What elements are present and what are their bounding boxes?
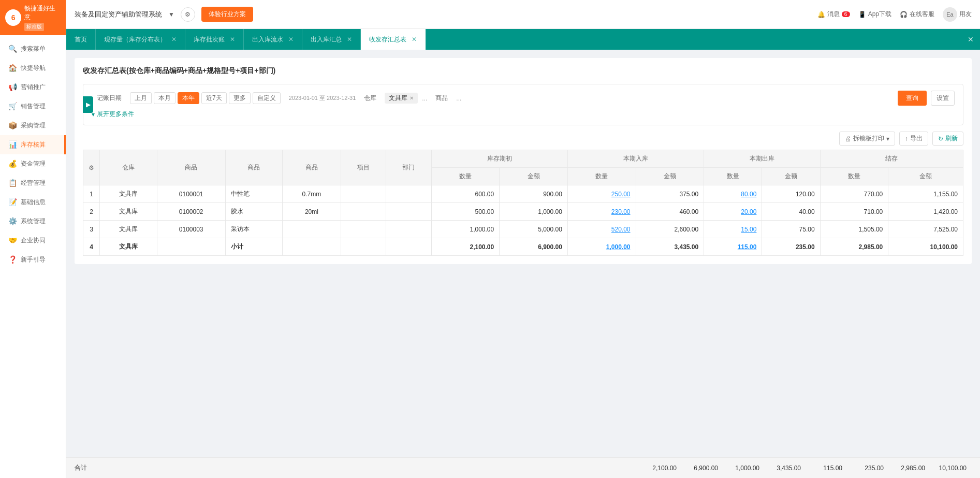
row-in-qty[interactable]: 250.00 <box>567 185 636 203</box>
data-table: ⚙ 仓库 商品 商品 商品 项目 部门 库存期初 本期入库 本期出库 结存 数量… <box>83 150 963 256</box>
row-name: 胶水 <box>225 203 283 221</box>
total-out-amt: 235.00 <box>847 465 889 472</box>
close-all-tabs[interactable]: ✕ <box>961 35 980 44</box>
export-btn[interactable]: ↑ 导出 <box>899 132 928 146</box>
tab-inout-flow[interactable]: 出入库流水 ✕ <box>244 29 302 50</box>
filter-settings-button[interactable]: 设置 <box>931 91 955 106</box>
row-project <box>341 221 386 238</box>
bell-icon: 🔔 <box>817 11 825 18</box>
table-row: 1 文具库 0100001 中性笔 0.7mm 600.00 900.00 25… <box>83 185 963 203</box>
sidebar-item-label: 系统管理 <box>21 217 46 226</box>
experience-button[interactable]: 体验行业方案 <box>201 7 253 22</box>
headset-icon: 🎧 <box>900 11 908 18</box>
app-download-action[interactable]: 📱 App下载 <box>858 10 891 19</box>
date-btn-custom[interactable]: 自定义 <box>253 92 281 104</box>
handshake-icon: 🤝 <box>8 236 17 244</box>
query-button[interactable]: 查询 <box>898 91 927 106</box>
row-spec <box>283 221 341 238</box>
sidebar-item-inventory[interactable]: 📊 库存核算 <box>0 135 66 154</box>
subtotal-in-qty[interactable]: 1,000.00 <box>567 238 636 256</box>
sidebar-item-system[interactable]: ⚙️ 系统管理 <box>0 212 66 231</box>
row-out-amt: 120.00 <box>762 185 820 203</box>
print-btn[interactable]: 🖨 拆镜板打印 ▾ <box>839 132 895 146</box>
home-icon: 🏠 <box>8 64 17 72</box>
sidebar-item-purchase[interactable]: 📦 采购管理 <box>0 116 66 135</box>
goods-more[interactable]: ... <box>456 95 461 102</box>
row-open-qty: 1,000.00 <box>431 221 500 238</box>
table-toolbar: 🖨 拆镜板打印 ▾ ↑ 导出 ↻ 刷新 <box>83 132 963 146</box>
subtotal-out-qty[interactable]: 115.00 <box>704 238 762 256</box>
sidebar-item-finance[interactable]: 💰 资金管理 <box>0 154 66 173</box>
money-icon: 💰 <box>8 160 17 168</box>
tab-close-inout-summary[interactable]: ✕ <box>347 36 352 43</box>
sidebar-item-enterprise[interactable]: 🤝 企业协同 <box>0 231 66 250</box>
refresh-btn[interactable]: ↻ 刷新 <box>932 132 963 146</box>
row-bal-qty: 1,505.00 <box>820 221 888 238</box>
row-no: 3 <box>83 221 100 238</box>
tab-home[interactable]: 首页 <box>66 29 96 50</box>
date-btn-this-month[interactable]: 本月 <box>154 92 175 104</box>
row-name: 采访本 <box>225 221 283 238</box>
sidebar-item-marketing[interactable]: 📢 营销推广 <box>0 78 66 97</box>
settings-button[interactable]: ⚙ <box>181 7 195 22</box>
warehouse-tag-remove[interactable]: ✕ <box>409 95 414 101</box>
warehouse-filter-label: 仓库 <box>364 94 376 103</box>
date-filter-label: 记账日期 <box>97 94 122 103</box>
user-action[interactable]: Ea 用友 <box>943 7 972 22</box>
tab-inout-summary[interactable]: 出入库汇总 ✕ <box>302 29 361 50</box>
total-in-amt: 3,435.00 <box>765 465 806 472</box>
tab-close-receive-summary[interactable]: ✕ <box>412 36 417 43</box>
online-service-action[interactable]: 🎧 在线客服 <box>900 10 934 19</box>
subtotal-open-amt: 6,900.00 <box>500 238 568 256</box>
row-in-qty[interactable]: 520.00 <box>567 221 636 238</box>
tab-close-inout-flow[interactable]: ✕ <box>288 36 294 43</box>
row-bal-amt: 1,155.00 <box>888 185 963 203</box>
row-warehouse: 文具库 <box>100 185 157 203</box>
sidebar-item-quick-nav[interactable]: 🏠 快捷导航 <box>0 59 66 78</box>
subtotal-in-amt: 3,435.00 <box>636 238 704 256</box>
row-out-qty[interactable]: 20.00 <box>704 203 762 221</box>
warehouse-more[interactable]: ... <box>422 95 427 102</box>
row-in-qty[interactable]: 230.00 <box>567 203 636 221</box>
subtotal-code <box>157 238 225 256</box>
date-btn-last-month[interactable]: 上月 <box>130 92 152 104</box>
row-in-amt: 2,600.00 <box>636 221 704 238</box>
row-out-qty[interactable]: 80.00 <box>704 185 762 203</box>
tab-inventory-dist[interactable]: 现存量（库存分布表） ✕ <box>96 29 185 50</box>
date-btn-more[interactable]: 更多 <box>229 92 251 104</box>
row-open-amt: 1,000.00 <box>500 203 568 221</box>
tab-batch-account[interactable]: 库存批次账 ✕ <box>185 29 244 50</box>
col-warehouse-header: 仓库 <box>100 150 157 185</box>
warehouse-tag[interactable]: 文具库 ✕ <box>385 93 418 104</box>
subtotal-open-qty: 2,100.00 <box>431 238 500 256</box>
date-btn-this-year[interactable]: 本年 <box>178 92 199 104</box>
cart-icon: 🛒 <box>8 102 17 110</box>
col-bal-amt: 金额 <box>888 168 963 185</box>
sidebar-item-search[interactable]: 🔍 搜索菜单 <box>0 39 66 59</box>
row-out-amt: 75.00 <box>762 221 820 238</box>
total-label: 合计 <box>75 463 87 472</box>
sidebar-item-operations[interactable]: 📋 经营管理 <box>0 173 66 193</box>
date-btn-7days[interactable]: 近7天 <box>201 92 227 104</box>
sidebar-item-label: 库存核算 <box>21 140 46 149</box>
expand-more-btn[interactable]: ▾ 展开更多条件 <box>92 110 955 119</box>
filter-toggle-button[interactable]: ▶ <box>83 96 93 113</box>
subtotal-name: 小计 <box>225 238 283 256</box>
logo-icon: 6 <box>5 9 21 26</box>
row-out-qty[interactable]: 15.00 <box>704 221 762 238</box>
table-row: 2 文具库 0100002 胶水 20ml 500.00 1,000.00 23… <box>83 203 963 221</box>
total-bal-qty: 2,985.00 <box>889 465 930 472</box>
system-dropdown[interactable]: ▼ <box>168 11 174 18</box>
row-code: 0100002 <box>157 203 225 221</box>
tab-close-inventory-dist[interactable]: ✕ <box>171 36 177 43</box>
sidebar-item-sales[interactable]: 🛒 销售管理 <box>0 97 66 116</box>
sidebar-item-basic-info[interactable]: 📝 基础信息 <box>0 193 66 212</box>
tab-close-batch-account[interactable]: ✕ <box>230 36 235 43</box>
row-code: 0100003 <box>157 221 225 238</box>
sidebar-item-guide[interactable]: ❓ 新手引导 <box>0 250 66 269</box>
subtotal-bal-amt: 10,100.00 <box>888 238 963 256</box>
sidebar-item-label: 销售管理 <box>21 102 46 111</box>
tab-receive-summary[interactable]: 收发存汇总表 ✕ <box>361 29 426 50</box>
message-action[interactable]: 🔔 消息 6 <box>817 10 850 19</box>
subtotal-no: 4 <box>83 238 100 256</box>
